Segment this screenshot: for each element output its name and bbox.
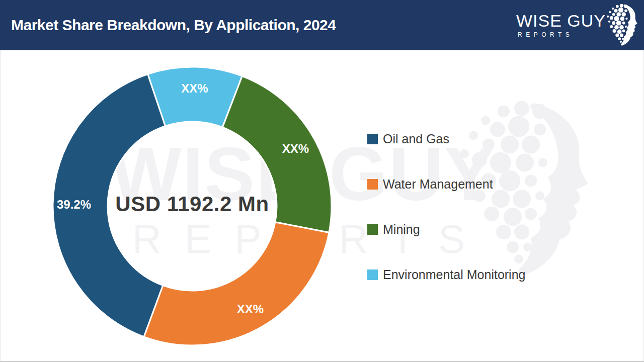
- legend-item-environmental-monitoring: Environmental Monitoring: [367, 268, 525, 281]
- logo-head-icon: [603, 4, 639, 47]
- legend-swatch-water-management: [367, 179, 378, 190]
- donut-center-value: USD 1192.2 Mn: [107, 192, 278, 216]
- slice-water-management: [144, 222, 329, 345]
- legend-item-oil-and-gas: Oil and Gas: [367, 132, 525, 145]
- legend-label-water-management: Water Management: [383, 178, 493, 191]
- logo-subtitle: REPORTS: [516, 31, 573, 38]
- chart-area: WISE GUY REPORTS XX%XX%XX%39.2% USD 1192…: [0, 50, 644, 362]
- slice-label-environmental-monitoring: XX%: [181, 81, 208, 95]
- legend-swatch-mining: [367, 224, 378, 235]
- legend-swatch-environmental-monitoring: [367, 269, 378, 280]
- legend-label-mining: Mining: [383, 223, 420, 236]
- legend-label-environmental-monitoring: Environmental Monitoring: [383, 268, 525, 281]
- legend-swatch-oil-and-gas: [367, 134, 378, 144]
- logo-text: WISE GUY REPORTS: [516, 12, 606, 38]
- slice-label-mining: XX%: [282, 142, 309, 155]
- legend-item-mining: Mining: [367, 223, 525, 236]
- page-title: Market Share Breakdown, By Application, …: [11, 17, 336, 34]
- wise-guy-logo: WISE GUY REPORTS: [516, 4, 639, 47]
- slice-label-oil-and-gas: 39.2%: [57, 198, 91, 211]
- legend-label-oil-and-gas: Oil and Gas: [383, 133, 449, 145]
- legend-item-water-management: Water Management: [367, 177, 525, 191]
- logo-wordmark: WISE GUY: [516, 12, 606, 29]
- legend: Oil and GasWater ManagementMiningEnviron…: [367, 132, 525, 281]
- slice-label-water-management: XX%: [237, 302, 264, 316]
- header-bar: Market Share Breakdown, By Application, …: [0, 0, 644, 50]
